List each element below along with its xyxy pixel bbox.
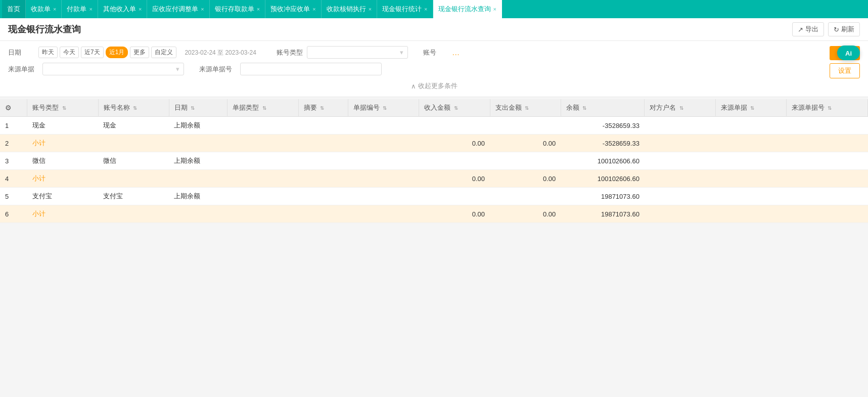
col-counterpart[interactable]: 对方户名 ⇅	[645, 99, 715, 117]
nav-tab-shoukuandan[interactable]: 收款单 ×	[26, 0, 62, 18]
close-icon[interactable]: ×	[369, 6, 372, 12]
refresh-button[interactable]: ↻ 刷新	[828, 22, 860, 36]
sort-icon: ⇅	[454, 105, 458, 111]
table-cell: 微信	[98, 152, 169, 170]
sort-icon: ⇅	[525, 105, 529, 111]
table-cell: 0.00	[419, 170, 490, 188]
close-icon[interactable]: ×	[493, 6, 496, 12]
table-cell	[490, 152, 561, 170]
date-btn-1month[interactable]: 近1月	[106, 47, 128, 58]
nav-tab-prepay[interactable]: 预收冲应收单 ×	[265, 0, 321, 18]
col-balance[interactable]: 余额 ⇅	[561, 99, 645, 117]
table-cell	[227, 117, 298, 135]
table-row: 5支付宝支付宝上期余额19871073.60	[0, 188, 868, 205]
export-label: 导出	[805, 25, 818, 34]
table-cell	[490, 117, 561, 135]
header-actions: ↗ 导出 ↻ 刷新	[792, 22, 860, 36]
chevron-down-icon: ▾	[400, 49, 403, 56]
close-icon[interactable]: ×	[257, 6, 260, 12]
close-icon[interactable]: ×	[89, 6, 92, 12]
close-icon[interactable]: ×	[312, 6, 315, 12]
table-cell: -3528659.33	[561, 135, 645, 152]
table-header-row: ⚙ 账号类型 ⇅ 账号名称 ⇅ 日期 ⇅ 单据类型 ⇅	[0, 99, 868, 117]
table-cell: 100102606.60	[561, 170, 645, 188]
nav-tab-collection-exec[interactable]: 收款核销执行 ×	[322, 0, 377, 18]
col-doc-type[interactable]: 单据类型 ⇅	[227, 99, 298, 117]
table-cell	[786, 170, 867, 188]
col-income[interactable]: 收入金额 ⇅	[419, 99, 490, 117]
table-cell: 1	[0, 117, 27, 135]
table-cell	[645, 152, 715, 170]
col-date[interactable]: 日期 ⇅	[169, 99, 227, 117]
ai-badge[interactable]: Ai	[837, 46, 860, 60]
tab-label: 预收冲应收单	[270, 5, 310, 14]
col-doc-no[interactable]: 单据编号 ⇅	[348, 99, 419, 117]
nav-tab-cash-stats[interactable]: 现金银行统计 ×	[377, 0, 433, 18]
table-cell	[645, 117, 715, 135]
date-btn-7days[interactable]: 近7天	[81, 47, 104, 58]
col-summary[interactable]: 摘要 ⇅	[298, 99, 348, 117]
table-cell	[419, 152, 490, 170]
close-icon[interactable]: ×	[53, 6, 56, 12]
export-icon: ↗	[798, 26, 803, 33]
col-expense[interactable]: 支出金额 ⇅	[490, 99, 561, 117]
date-btn-more[interactable]: 更多	[130, 47, 149, 58]
table-cell: 6	[0, 205, 27, 223]
collapse-icon: ∧	[411, 82, 416, 90]
nav-tab-fukuandan[interactable]: 付款单 ×	[62, 0, 98, 18]
sort-icon: ⇅	[828, 105, 832, 111]
date-btn-yesterday[interactable]: 昨天	[38, 47, 58, 58]
nav-tab-other-income[interactable]: 其他收入单 ×	[98, 0, 147, 18]
refresh-icon: ↻	[834, 26, 839, 33]
col-account-name[interactable]: 账号名称 ⇅	[98, 99, 169, 117]
filter-row-date: 日期 昨天 今天 近7天 近1月 更多 自定义 2023-02-24 至 202…	[8, 46, 826, 59]
col-source-doc-no[interactable]: 来源单据号 ⇅	[786, 99, 867, 117]
account-type-select[interactable]: ▾	[307, 46, 408, 59]
source-doc-num-label: 来源单据号	[199, 65, 232, 74]
table-cell: 0.00	[490, 135, 561, 152]
tab-label: 付款单	[67, 5, 86, 14]
col-account-type[interactable]: 账号类型 ⇅	[27, 99, 98, 117]
account-type-label: 账号类型	[277, 48, 303, 57]
close-icon[interactable]: ×	[139, 6, 142, 12]
sort-icon: ⇅	[133, 105, 137, 111]
close-icon[interactable]: ×	[424, 6, 427, 12]
date-btn-custom[interactable]: 自定义	[151, 47, 176, 58]
table-cell: 上期余额	[169, 152, 227, 170]
data-table: ⚙ 账号类型 ⇅ 账号名称 ⇅ 日期 ⇅ 单据类型 ⇅	[0, 99, 868, 223]
source-doc-num-input[interactable]	[240, 63, 382, 75]
table-cell: 现金	[98, 117, 169, 135]
export-button[interactable]: ↗ 导出	[792, 22, 824, 36]
table-cell	[298, 170, 348, 188]
table-cell: 100102606.60	[561, 152, 645, 170]
nav-tab-bank-deposit[interactable]: 银行存取款单 ×	[210, 0, 265, 18]
nav-tab-cash-flow[interactable]: 现金银行流水查询 ×	[433, 0, 502, 18]
table-cell	[98, 205, 169, 223]
nav-home[interactable]: 首页	[2, 0, 26, 18]
close-icon[interactable]: ×	[201, 6, 204, 12]
table-cell: 现金	[27, 117, 98, 135]
source-doc-select[interactable]: ▾	[42, 63, 184, 75]
table-cell: 0.00	[490, 170, 561, 188]
sort-icon: ⇅	[320, 105, 324, 111]
settings-button[interactable]: 设置	[830, 63, 860, 78]
account-ellipsis-btn[interactable]: ...	[452, 49, 460, 57]
nav-tab-adjust[interactable]: 应收应付调整单 ×	[147, 0, 209, 18]
table-cell	[98, 170, 169, 188]
col-source-doc[interactable]: 来源单据 ⇅	[715, 99, 786, 117]
table-cell	[348, 170, 419, 188]
collapse-bar[interactable]: ∧ 收起更多条件	[8, 79, 860, 92]
table-cell	[645, 205, 715, 223]
table-cell: 支付宝	[98, 188, 169, 205]
table-cell	[98, 135, 169, 152]
refresh-label: 刷新	[841, 25, 854, 34]
home-label: 首页	[7, 5, 20, 14]
table-cell	[169, 205, 227, 223]
table-cell	[227, 170, 298, 188]
tab-label: 现金银行统计	[382, 5, 422, 14]
col-gear[interactable]: ⚙	[0, 99, 27, 117]
date-btn-today[interactable]: 今天	[60, 47, 79, 58]
date-buttons: 昨天 今天 近7天 近1月 更多 自定义	[38, 47, 176, 58]
table-cell	[786, 152, 867, 170]
chevron-down-icon: ▾	[176, 65, 179, 73]
